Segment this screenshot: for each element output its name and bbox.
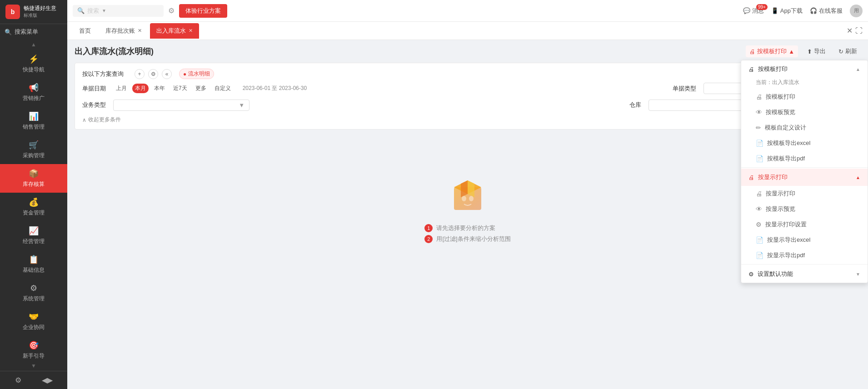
header-gear-icon[interactable]: ⚙ — [168, 6, 175, 15]
scroll-down-arrow[interactable]: ▼ — [30, 362, 37, 370]
filter-row-1: 按以下方案查询 + ⚙ « ● 流水明细 — [82, 69, 853, 79]
empty-step-2: 2 用[过滤]条件来缩小分析范围 — [424, 235, 510, 243]
dropdown-item-template-print[interactable]: 🖨 按模板打印 — [741, 89, 868, 105]
add-filter-btn[interactable]: + — [135, 69, 145, 79]
svg-point-4 — [462, 196, 466, 201]
refresh-btn[interactable]: ↻ 刷新 — [835, 45, 861, 57]
sidebar-item-cooperation[interactable]: 🤝 企业协同 — [0, 307, 67, 336]
dropdown-item-display-export-pdf[interactable]: 📄 按显示导出pdf — [741, 248, 868, 263]
date-shortcut-上月[interactable]: 上月 — [113, 84, 130, 93]
app-name: 畅捷通好生意 — [24, 5, 56, 12]
business-type-label: 业务类型 — [82, 101, 106, 109]
business-type-select[interactable]: ▼ — [113, 100, 249, 111]
dropdown-item-template-preview[interactable]: 👁 按模板预览 — [741, 105, 868, 120]
di-label-display-export-pdf: 按显示导出pdf — [767, 251, 805, 259]
online-service-btn[interactable]: 🎧 在线客服 — [810, 7, 843, 15]
export-btn[interactable]: ⬆ 导出 — [803, 45, 829, 57]
dropdown-item-template-customize[interactable]: ✏ 模板自定义设计 — [741, 120, 868, 135]
date-shortcut-本月[interactable]: 本月 — [132, 84, 149, 93]
date-label: 单据日期 — [82, 85, 106, 93]
filter-settings-btn[interactable]: ⚙ — [148, 69, 158, 79]
app-logo: b 畅捷通好生意 标准版 — [0, 0, 67, 24]
sidebar-label-inventory: 库存核算 — [23, 180, 45, 188]
tab-home[interactable]: 首页 — [73, 23, 97, 39]
collapse-up-icon: ∧ — [82, 117, 86, 123]
tab-label-batch-account: 库存批次账 — [105, 27, 135, 35]
tab-inout-flow[interactable]: 出入库流水✕ — [150, 23, 199, 39]
print-icon: 🖨 — [749, 48, 755, 55]
search-icon: 🔍 — [5, 29, 12, 35]
date-shortcut-本年[interactable]: 本年 — [151, 84, 168, 93]
di-label-display-preview: 按显示预览 — [766, 205, 795, 213]
sidebar-item-sales[interactable]: 📊 销售管理 — [0, 107, 67, 135]
avatar[interactable]: 用 — [850, 5, 863, 17]
default-section-icon: ⚙ — [748, 271, 754, 278]
sidebar-icon-sales: 📊 — [29, 111, 39, 121]
sidebar-icon-marketing: 📢 — [29, 83, 39, 93]
close-window-btn[interactable]: ✕ — [847, 26, 853, 35]
collapse-more-btn[interactable]: ∧ 收起更多条件 — [82, 116, 853, 124]
search-dropdown-arrow[interactable]: ▼ — [102, 8, 106, 13]
date-shortcut-更多[interactable]: 更多 — [193, 84, 209, 93]
tab-batch-account[interactable]: 库存批次账✕ — [99, 23, 148, 39]
collapse-more-label: 收起更多条件 — [88, 116, 121, 124]
filter-collapse-btn[interactable]: « — [162, 69, 172, 79]
doc-type-label: 单据类型 — [673, 85, 696, 93]
search-menu-btn[interactable]: 🔍 搜索菜单 — [0, 24, 67, 40]
filter-actions: + ⚙ « — [135, 69, 172, 79]
date-shortcut-近7天[interactable]: 近7天 — [170, 84, 190, 93]
print-template-label: 按模板打印 — [757, 47, 787, 55]
sidebar-item-system[interactable]: ⚙ 系统管理 — [0, 279, 67, 307]
dropdown-item-display-print-settings[interactable]: ⚙ 按显示打印设置 — [741, 217, 868, 232]
message-badge: 99+ — [756, 4, 768, 10]
di-label-template-export-pdf: 按模板导出pdf — [767, 155, 805, 163]
sidebar-item-base-info[interactable]: 📋 基础信息 — [0, 250, 67, 279]
header-search-bar[interactable]: 🔍 搜索 ▼ — [73, 5, 164, 17]
app-download-btn[interactable]: 📱 App下载 — [771, 7, 803, 15]
di-label-template-print: 按模板打印 — [766, 93, 795, 101]
message-btn[interactable]: 💬 消息 99+ — [743, 7, 764, 15]
scroll-up-arrow[interactable]: ▲ — [30, 40, 37, 49]
dropdown-item-template-export-excel[interactable]: 📄 按模板导出excel — [741, 135, 868, 151]
sidebar-item-inventory[interactable]: 📦 库存核算 — [0, 164, 67, 193]
collapse-footer-btn[interactable]: ◀▶ — [42, 376, 53, 384]
dropdown-item-template-export-pdf[interactable]: 📄 按模板导出pdf — [741, 151, 868, 166]
fullscreen-btn[interactable]: ⛶ — [855, 27, 863, 35]
sidebar-item-quick-nav[interactable]: ⚡ 快捷导航 — [0, 50, 67, 78]
settings-footer-btn[interactable]: ⚙ — [15, 376, 21, 384]
trial-btn[interactable]: 体验行业方案 — [179, 4, 227, 18]
sidebar-item-finance[interactable]: 💰 资金管理 — [0, 193, 67, 221]
tab-close-batch-account[interactable]: ✕ — [138, 28, 142, 34]
app-badge: 标准版 — [24, 12, 56, 19]
print-template-btn[interactable]: 🖨 按模板打印 ▲ — [746, 45, 798, 57]
di-icon-template-export-pdf: 📄 — [756, 155, 763, 162]
sidebar-item-guide[interactable]: 🎯 新手引导 — [0, 336, 67, 361]
search-bar-icon: 🔍 — [77, 7, 85, 14]
di-icon-display-preview: 👁 — [756, 205, 762, 213]
print-chevron-up: ▲ — [788, 48, 794, 55]
empty-step-1: 1 请先选择要分析的方案 — [424, 224, 510, 232]
page-header: 出入库流水(流水明细) 🖨 按模板打印 ▲ ⬆ 导出 ↻ 刷新 — [75, 45, 861, 57]
header-actions: 💬 消息 99+ 📱 App下载 🎧 在线客服 用 — [743, 5, 863, 17]
template-print-section-icon: 🖨 — [748, 66, 754, 73]
template-print-section-header[interactable]: 🖨 按模板打印 ▲ — [741, 60, 868, 78]
sidebar-footer: ⚙ ◀▶ — [0, 371, 67, 389]
export-label: 导出 — [814, 47, 826, 55]
dropdown-item-display-print[interactable]: 🖨 按显示打印 — [741, 186, 868, 201]
sidebar-icon-system: ⚙ — [30, 283, 37, 293]
di-icon-display-print-settings: ⚙ — [756, 221, 762, 228]
tab-close-inout-flow[interactable]: ✕ — [189, 28, 193, 34]
date-shortcut-自定义[interactable]: 自定义 — [212, 84, 234, 93]
display-print-section-header[interactable]: 🖨 按显示打印 ▲ — [741, 169, 868, 186]
sidebar-item-purchase[interactable]: 🛒 采购管理 — [0, 135, 67, 164]
print-dropdown-panel: 🖨 按模板打印 ▲ 当前：出入库流水 🖨 按模板打印 👁 按模板预览 ✏ 模板自… — [741, 60, 868, 283]
dropdown-item-display-export-excel[interactable]: 📄 按显示导出excel — [741, 232, 868, 248]
sidebar-item-marketing[interactable]: 📢 营销推广 — [0, 78, 67, 107]
default-section-header[interactable]: ⚙ 设置默认功能 ▼ — [741, 265, 868, 283]
template-section-arrow: ▲ — [856, 67, 860, 72]
display-print-section-icon: 🖨 — [748, 174, 754, 181]
sidebar-label-marketing: 营销推广 — [23, 95, 45, 102]
sidebar-item-operations[interactable]: 📈 经营管理 — [0, 221, 67, 250]
headset-icon: 🎧 — [810, 7, 817, 14]
dropdown-item-display-preview[interactable]: 👁 按显示预览 — [741, 201, 868, 217]
